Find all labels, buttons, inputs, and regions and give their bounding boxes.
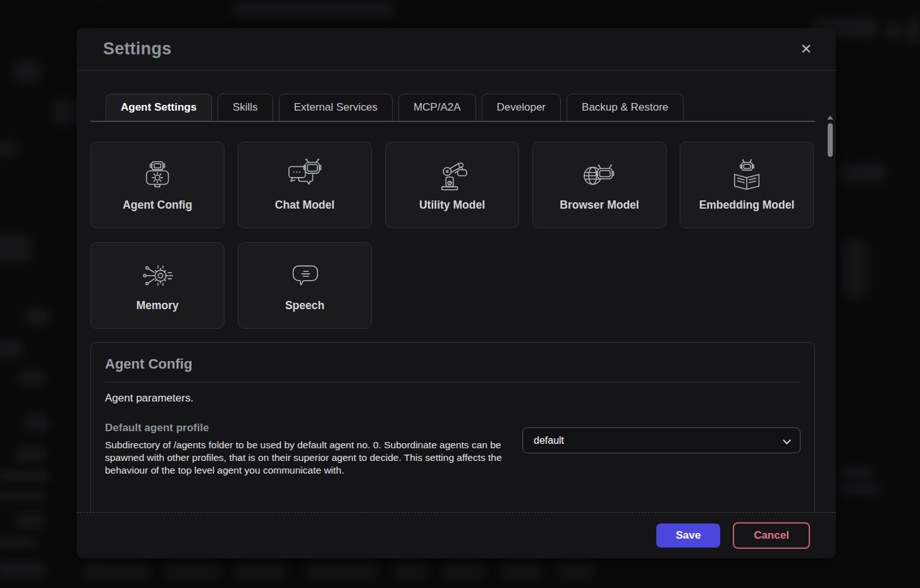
background-blur-shape <box>0 340 24 358</box>
background-blur-shape <box>392 561 429 579</box>
background-blur-shape <box>0 471 50 481</box>
tab-external-services[interactable]: External Services <box>279 94 393 121</box>
tab-mcp-a2a[interactable]: MCP/A2A <box>398 94 476 121</box>
field-label: Default agent profile <box>105 422 513 434</box>
background-blur-shape <box>163 561 221 579</box>
card-chat-model[interactable]: Chat Model <box>238 142 372 228</box>
card-label: Agent Config <box>123 199 192 212</box>
modal-header: Settings ✕ <box>77 28 836 71</box>
select-value: default <box>534 435 564 446</box>
tab-bar: Agent Settings Skills External Services … <box>106 94 815 121</box>
cancel-button[interactable]: Cancel <box>733 522 810 549</box>
card-agent-config[interactable]: Agent Config <box>90 142 224 228</box>
card-label: Memory <box>136 299 178 312</box>
background-blur-shape <box>840 239 868 299</box>
background-blur-shape <box>556 561 596 579</box>
background-blur-shape <box>15 446 47 463</box>
background-blur-shape <box>233 561 288 579</box>
background-blur-shape <box>16 512 46 529</box>
card-memory[interactable]: Memory <box>90 242 224 329</box>
scrollbar-thumb[interactable] <box>828 123 833 157</box>
tab-agent-settings[interactable]: Agent Settings <box>106 94 212 121</box>
default-agent-profile-select[interactable]: default <box>522 427 800 453</box>
background-blur-shape <box>500 561 544 579</box>
card-browser-model[interactable]: Browser Model <box>532 142 666 228</box>
background-blur-shape <box>837 163 886 183</box>
circuit-gear-icon <box>137 259 178 293</box>
chevron-down-icon <box>783 436 791 444</box>
app-background: Settings ✕ Agent Settings Skills Externa… <box>0 0 920 588</box>
modal-body: Agent Settings Skills External Services … <box>77 71 836 513</box>
tab-backup-restore[interactable]: Backup & Restore <box>567 94 684 121</box>
robot-chat-bubbles-icon <box>284 159 326 193</box>
settings-cards-grid: Agent Config <box>90 142 815 329</box>
background-blur-shape <box>82 561 152 579</box>
modal-scrollbar[interactable] <box>827 116 833 513</box>
field-default-agent-profile: Default agent profile Subdirectory of /a… <box>105 422 800 477</box>
section-title: Agent Config <box>105 356 800 372</box>
background-blur-shape <box>13 60 41 82</box>
tab-underline <box>90 121 815 122</box>
card-embedding-model[interactable]: Embedding Model <box>680 142 814 228</box>
card-label: Embedding Model <box>699 199 795 212</box>
card-utility-model[interactable]: Utility Model <box>385 142 519 228</box>
background-blur-shape <box>835 483 880 494</box>
robot-reading-book-icon <box>726 159 768 193</box>
card-label: Speech <box>285 299 324 312</box>
card-label: Utility Model <box>419 199 485 212</box>
card-label: Chat Model <box>275 199 334 212</box>
speech-bubble-icon <box>284 259 326 293</box>
background-blur-shape <box>905 18 920 43</box>
save-button[interactable]: Save <box>656 524 720 548</box>
close-icon[interactable]: ✕ <box>795 39 817 60</box>
background-blur-shape <box>837 467 873 479</box>
section-description: Agent parameters. <box>105 392 800 405</box>
background-blur-shape <box>0 234 32 262</box>
card-speech[interactable]: Speech <box>238 242 372 329</box>
background-blur-shape <box>0 537 36 548</box>
background-blur-shape <box>304 561 379 579</box>
modal-title: Settings <box>103 39 171 59</box>
section-divider <box>105 382 800 383</box>
background-blur-shape <box>0 563 46 578</box>
agent-config-section: Agent Config Agent parameters. Default a… <box>90 342 815 513</box>
modal-footer: Save Cancel <box>77 513 836 558</box>
background-blur-shape <box>884 23 903 39</box>
background-blur-shape <box>24 414 51 432</box>
globe-robot-icon <box>579 159 620 193</box>
background-blur-shape <box>24 308 52 326</box>
field-description: Subdirectory of /agents folder to be use… <box>105 439 513 477</box>
background-blur-shape <box>0 140 18 157</box>
card-label: Browser Model <box>560 199 639 212</box>
settings-modal: Settings ✕ Agent Settings Skills Externa… <box>77 28 836 558</box>
scroll-up-icon[interactable] <box>827 116 833 119</box>
background-blur-shape <box>0 492 47 501</box>
background-blur-shape <box>18 370 46 386</box>
background-blur-shape <box>233 1 394 18</box>
tab-developer[interactable]: Developer <box>482 94 561 121</box>
robot-arm-icon <box>431 159 473 193</box>
field-text-column: Default agent profile Subdirectory of /a… <box>105 422 513 477</box>
tab-skills[interactable]: Skills <box>218 94 273 121</box>
background-blur-shape <box>441 561 486 579</box>
robot-monitor-gear-icon <box>137 159 178 193</box>
